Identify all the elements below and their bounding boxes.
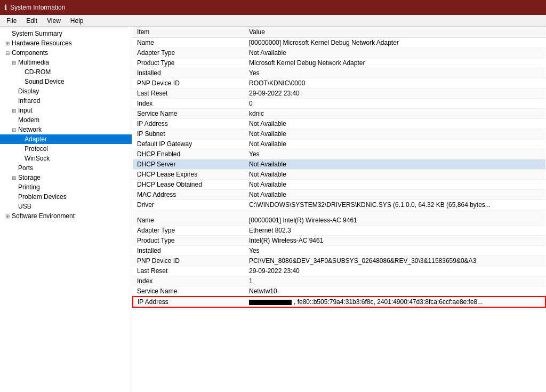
menu-item-view[interactable]: View bbox=[43, 16, 65, 26]
main-layout: System Summary⊞Hardware Resources⊟Compon… bbox=[0, 27, 546, 392]
app-title: System Information bbox=[10, 4, 65, 11]
tree-label-ports: Ports bbox=[18, 164, 33, 172]
tree-item-printing[interactable]: Printing bbox=[0, 182, 132, 192]
table-row-r7: Index0 bbox=[133, 99, 545, 109]
col-header-item: Item bbox=[133, 27, 245, 38]
menu-item-file[interactable]: File bbox=[2, 16, 21, 26]
tree-label-winsock: WinSock bbox=[25, 155, 50, 162]
tree-expand-icon-network: ⊟ bbox=[11, 127, 17, 133]
redacted-ip-bar bbox=[249, 300, 292, 305]
tree-item-protocol[interactable]: Protocol bbox=[0, 144, 132, 154]
tree-item-ports[interactable]: Ports bbox=[0, 163, 132, 173]
tree-label-infrared: Infrared bbox=[18, 97, 40, 105]
tree-item-modem[interactable]: Modem bbox=[0, 115, 132, 125]
tree-label-usb: USB bbox=[18, 203, 31, 210]
cell-item-r7: Index bbox=[133, 99, 245, 109]
left-panel: System Summary⊞Hardware Resources⊟Compon… bbox=[0, 27, 132, 392]
tree-label-sound-device: Sound Device bbox=[25, 78, 65, 85]
cell-item-r1: Name bbox=[133, 38, 245, 48]
tree-label-components: Components bbox=[12, 49, 48, 57]
cell-value-r14: Not Available bbox=[245, 170, 545, 180]
tree-label-display: Display bbox=[18, 87, 39, 95]
cell-item-r9: IP Address bbox=[133, 119, 245, 129]
table-row-r11: Default IP GatewayNot Available bbox=[133, 139, 545, 149]
tree-label-network: Network bbox=[18, 126, 42, 133]
tree-label-input: Input bbox=[18, 107, 33, 114]
tree-expand-icon-multimedia: ⊞ bbox=[11, 60, 17, 66]
cell-value-r15: Not Available bbox=[245, 180, 545, 190]
cell-item-r20: Product Type bbox=[133, 236, 245, 246]
tree-label-adapter: Adapter bbox=[25, 135, 47, 143]
menubar: FileEditViewHelp bbox=[0, 15, 546, 27]
tree-item-hardware-resources[interactable]: ⊞Hardware Resources bbox=[0, 38, 132, 48]
tree-label-software-environment: Software Environment bbox=[12, 212, 75, 220]
table-row-r19: Adapter TypeEthernet 802.3 bbox=[133, 226, 545, 236]
tree-label-hardware-resources: Hardware Resources bbox=[12, 39, 72, 47]
cell-item-r2: Adapter Type bbox=[133, 48, 245, 58]
cell-item-r25: Service Name bbox=[133, 286, 245, 297]
titlebar: ℹ System Information bbox=[0, 0, 546, 15]
table-row-r24: Index1 bbox=[133, 276, 545, 286]
tree-item-system-summary[interactable]: System Summary bbox=[0, 29, 132, 38]
app-icon: ℹ bbox=[4, 3, 7, 12]
table-row-r9: IP AddressNot Available bbox=[133, 119, 545, 129]
tree-item-winsock[interactable]: WinSock bbox=[0, 154, 132, 163]
tree-label-storage: Storage bbox=[18, 174, 41, 181]
tree-expand-icon-storage: ⊞ bbox=[11, 175, 17, 181]
cell-value-r13: Not Available bbox=[245, 159, 545, 170]
tree-label-printing: Printing bbox=[18, 183, 40, 191]
cell-value-r6: 29-09-2022 23:40 bbox=[245, 89, 545, 99]
col-header-value: Value bbox=[245, 27, 545, 38]
cell-item-r6: Last Reset bbox=[133, 89, 245, 99]
cell-value-r7: 0 bbox=[245, 99, 545, 109]
cell-item-r4: Installed bbox=[133, 68, 245, 78]
table-row-r4: InstalledYes bbox=[133, 68, 545, 78]
menu-item-help[interactable]: Help bbox=[66, 16, 88, 26]
tree-item-infrared[interactable]: Infrared bbox=[0, 96, 132, 106]
tree-item-software-environment[interactable]: ⊞Software Environment bbox=[0, 211, 132, 221]
tree-item-components[interactable]: ⊟Components bbox=[0, 48, 132, 58]
table-row-r12: DHCP EnabledYes bbox=[133, 149, 545, 159]
table-row-r2: Adapter TypeNot Available bbox=[133, 48, 545, 58]
table-row-r3: Product TypeMicrosoft Kernel Debug Netwo… bbox=[133, 58, 545, 68]
tree-item-cd-rom[interactable]: CD-ROM bbox=[0, 67, 132, 77]
cell-item-r18: Name bbox=[133, 210, 245, 226]
table-row-r10: IP SubnetNot Available bbox=[133, 129, 545, 139]
tree-item-network[interactable]: ⊟Network bbox=[0, 125, 132, 134]
cell-value-r9: Not Available bbox=[245, 119, 545, 129]
cell-value-r16: Not Available bbox=[245, 190, 545, 200]
tree-expand-icon-software-environment: ⊞ bbox=[4, 213, 11, 219]
cell-value-r20: Intel(R) Wireless-AC 9461 bbox=[245, 236, 545, 246]
right-panel: Item Value Name[00000000] Microsoft Kern… bbox=[132, 27, 546, 392]
tree-item-storage[interactable]: ⊞Storage bbox=[0, 173, 132, 182]
table-row-r25: Service NameNetwtw10. bbox=[133, 286, 545, 297]
cell-item-r15: DHCP Lease Obtained bbox=[133, 180, 245, 190]
cell-item-r11: Default IP Gateway bbox=[133, 139, 245, 149]
cell-value-r11: Not Available bbox=[245, 139, 545, 149]
table-row-r13: DHCP ServerNot Available bbox=[133, 159, 545, 170]
data-table-wrapper: Item Value Name[00000000] Microsoft Kern… bbox=[132, 27, 546, 308]
tree-label-multimedia: Multimedia bbox=[18, 59, 49, 66]
cell-value-r1: [00000000] Microsoft Kernel Debug Networ… bbox=[245, 38, 545, 48]
tree-item-input[interactable]: ⊞Input bbox=[0, 106, 132, 115]
cell-item-r3: Product Type bbox=[133, 58, 245, 68]
tree-item-problem-devices[interactable]: Problem Devices bbox=[0, 192, 132, 202]
cell-item-r5: PNP Device ID bbox=[133, 78, 245, 89]
cell-value-r10: Not Available bbox=[245, 129, 545, 139]
cell-value-r3: Microsoft Kernel Debug Network Adapter bbox=[245, 58, 545, 68]
table-row-r16: MAC AddressNot Available bbox=[133, 190, 545, 200]
cell-item-r8: Service Name bbox=[133, 109, 245, 119]
table-row-r22: PNP Device IDPCI\VEN_8086&DEV_34F0&SUBSY… bbox=[133, 256, 545, 266]
tree-item-adapter[interactable]: Adapter bbox=[0, 134, 132, 144]
menu-item-edit[interactable]: Edit bbox=[22, 16, 42, 26]
cell-value-r5: ROOT\KDNIC\0000 bbox=[245, 78, 545, 89]
tree-item-sound-device[interactable]: Sound Device bbox=[0, 77, 132, 86]
tree-item-display[interactable]: Display bbox=[0, 86, 132, 96]
cell-item-r21: Installed bbox=[133, 246, 245, 256]
tree-item-usb[interactable]: USB bbox=[0, 202, 132, 211]
cell-item-r22: PNP Device ID bbox=[133, 256, 245, 266]
cell-value-r22: PCI\VEN_8086&DEV_34F0&SUBSYS_02648086&RE… bbox=[245, 256, 545, 266]
cell-value-r8: kdnic bbox=[245, 109, 545, 119]
tree-item-multimedia[interactable]: ⊞Multimedia bbox=[0, 58, 132, 67]
table-row-r18: Name[00000001] Intel(R) Wireless-AC 9461 bbox=[133, 210, 545, 226]
